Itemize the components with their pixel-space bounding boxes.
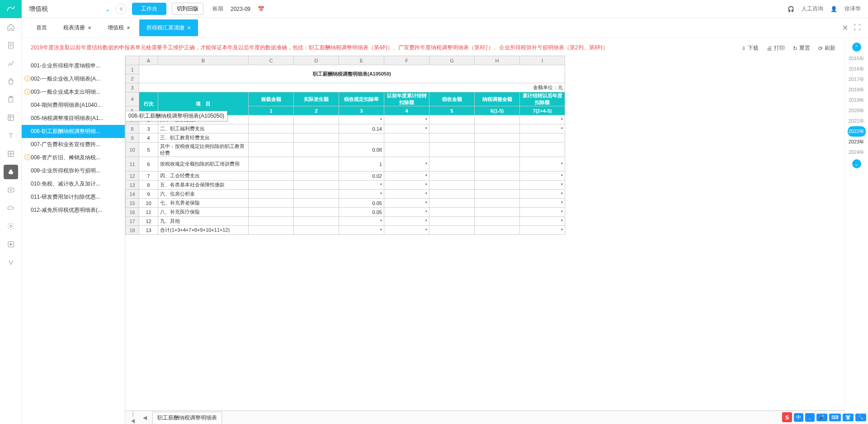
cell[interactable]: * xyxy=(384,172,429,181)
cell-rownum[interactable]: 8 xyxy=(139,181,158,190)
cell[interactable]: 1 xyxy=(339,157,384,172)
ime-logo[interactable]: S xyxy=(782,412,792,422)
cell[interactable] xyxy=(294,172,339,181)
ime-lang[interactable]: 中 xyxy=(794,413,803,422)
col-header[interactable]: F xyxy=(384,56,429,65)
cell-item[interactable]: 合计(1+3+4+7+8+9+10+11+12) xyxy=(158,226,249,235)
cell[interactable] xyxy=(475,115,520,124)
cell[interactable] xyxy=(294,181,339,190)
nav-home-icon[interactable] xyxy=(0,18,22,36)
nav-bag-icon[interactable] xyxy=(0,72,22,91)
tab-income[interactable]: 所得税汇算清缴✕ xyxy=(139,19,198,36)
cell[interactable]: * xyxy=(520,208,565,217)
cell[interactable] xyxy=(384,133,429,143)
sheet-nav-prev[interactable]: ◀ xyxy=(141,414,149,421)
cell[interactable] xyxy=(294,199,339,208)
year-option[interactable]: 2019年 xyxy=(848,95,866,105)
row-header[interactable]: 16 xyxy=(126,208,139,217)
cell[interactable]: * xyxy=(384,115,429,124)
consult-link[interactable]: 人工咨询 xyxy=(802,5,823,13)
form-item-001[interactable]: 001-企业所得税年度纳税申... xyxy=(22,59,125,72)
form-item-007[interactable]: 007-广告费和业务宣传费跨... xyxy=(22,138,125,151)
col-header[interactable]: D xyxy=(294,56,339,65)
cell[interactable] xyxy=(249,157,294,172)
cell-item[interactable]: 九、其他 xyxy=(158,217,249,226)
year-option[interactable]: 2021年 xyxy=(848,116,866,126)
cell-item[interactable]: 四、工会经费支出 xyxy=(158,172,249,181)
reset-button[interactable]: ↻重置 xyxy=(793,44,810,52)
year-option[interactable]: 2020年 xyxy=(848,105,866,116)
cell[interactable] xyxy=(249,143,294,157)
cell[interactable]: * xyxy=(384,199,429,208)
cell[interactable]: * xyxy=(384,217,429,226)
calendar-icon[interactable]: 📅 xyxy=(258,6,264,12)
row-header[interactable]: 13 xyxy=(126,181,139,190)
cell[interactable]: * xyxy=(339,217,384,226)
form-item-005[interactable]: 005-纳税调整项目明细表(A1... xyxy=(22,112,125,125)
row-header[interactable]: 17 xyxy=(126,217,139,226)
row-header[interactable]: 3 xyxy=(126,83,139,92)
cell[interactable] xyxy=(249,217,294,226)
ime-punct[interactable]: ， xyxy=(805,413,815,422)
nav-table-icon[interactable] xyxy=(0,109,22,127)
ime-mic-icon[interactable]: 🎤 xyxy=(816,414,827,421)
col-header[interactable]: G xyxy=(429,56,475,65)
cell[interactable]: * xyxy=(520,181,565,190)
cell[interactable] xyxy=(520,143,565,157)
cell[interactable]: * xyxy=(520,172,565,181)
cell[interactable]: * xyxy=(520,115,565,124)
oldversion-button[interactable]: 切到旧版 xyxy=(172,3,203,15)
cell[interactable]: * xyxy=(339,190,384,199)
cell[interactable] xyxy=(249,133,294,143)
cell[interactable]: 0.08 xyxy=(339,143,384,157)
cell[interactable] xyxy=(475,157,520,172)
nav-play-icon[interactable] xyxy=(0,235,22,253)
cell[interactable]: * xyxy=(384,190,429,199)
row-header[interactable]: 8 xyxy=(126,124,139,133)
tab-vat[interactable]: 增值税✕ xyxy=(100,19,137,36)
nav-grid-icon[interactable] xyxy=(0,145,22,163)
nav-active-icon[interactable] xyxy=(4,165,18,179)
sheet-tab[interactable]: 职工薪酬纳税调整明细表 xyxy=(152,412,222,424)
cell[interactable]: * xyxy=(520,226,565,235)
cell-rownum[interactable]: 11 xyxy=(139,208,158,217)
cell[interactable]: 0.02 xyxy=(339,172,384,181)
year-option[interactable]: 2024年 xyxy=(848,147,866,157)
cell[interactable] xyxy=(429,181,475,190)
cell[interactable] xyxy=(249,172,294,181)
nav-clipboard-icon[interactable] xyxy=(0,91,22,109)
cell-rownum[interactable]: 7 xyxy=(139,172,158,181)
cell-rownum[interactable]: 4 xyxy=(139,133,158,143)
cell[interactable] xyxy=(294,190,339,199)
cell[interactable] xyxy=(520,133,565,143)
cell[interactable] xyxy=(429,217,475,226)
ime-keyboard-icon[interactable]: ⌨ xyxy=(829,414,841,421)
row-header[interactable]: 9 xyxy=(126,133,139,143)
cell[interactable] xyxy=(429,115,475,124)
cell[interactable] xyxy=(249,181,294,190)
cell[interactable]: * xyxy=(520,190,565,199)
cell[interactable] xyxy=(249,115,294,124)
col-header[interactable]: C xyxy=(249,56,294,65)
cell[interactable] xyxy=(249,124,294,133)
row-header[interactable]: 15 xyxy=(126,199,139,208)
cell-rownum[interactable]: 10 xyxy=(139,199,158,208)
cell[interactable] xyxy=(475,208,520,217)
row-header[interactable]: 4 xyxy=(126,92,139,106)
nav-doc-icon[interactable] xyxy=(0,36,22,54)
cell[interactable] xyxy=(475,133,520,143)
form-item-008[interactable]: 008-资产折旧、摊销及纳税... xyxy=(22,151,125,164)
col-header[interactable]: B xyxy=(158,56,249,65)
row-header[interactable]: 12 xyxy=(126,172,139,181)
col-header[interactable]: H xyxy=(475,56,520,65)
cell[interactable] xyxy=(339,133,384,143)
cell[interactable] xyxy=(429,190,475,199)
cell[interactable]: * xyxy=(384,181,429,190)
form-item-006[interactable]: 006-职工薪酬纳税调整明细... xyxy=(22,125,125,138)
cell[interactable] xyxy=(249,208,294,217)
cell[interactable] xyxy=(475,172,520,181)
cell-rownum[interactable]: 13 xyxy=(139,226,158,235)
cell-item[interactable]: 二、职工福利费支出 xyxy=(158,124,249,133)
form-item-012[interactable]: 012-减免所得税优惠明细表(... xyxy=(22,204,125,217)
close-icon[interactable]: ✕ xyxy=(127,25,130,30)
